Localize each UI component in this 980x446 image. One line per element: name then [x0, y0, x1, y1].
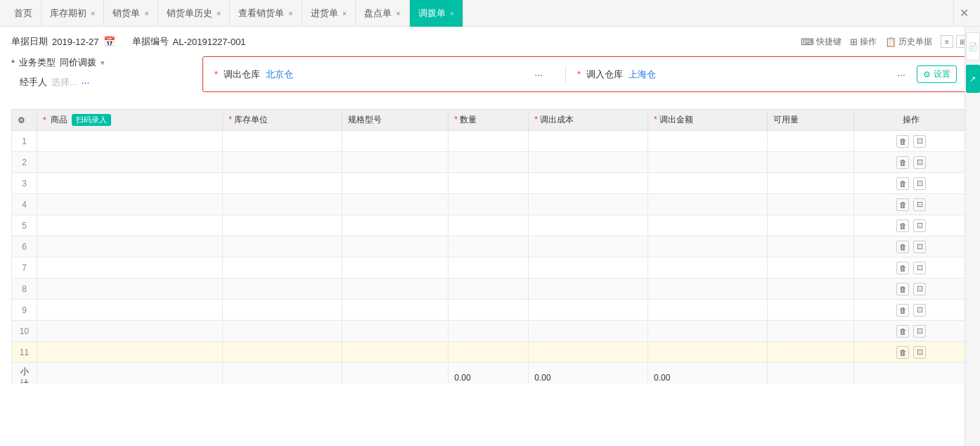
row-1-spec[interactable] [342, 131, 449, 152]
row-8-amount[interactable] [648, 279, 768, 300]
row-1-copy-icon[interactable]: ⊡ [913, 135, 926, 148]
row-3-spec[interactable] [342, 173, 449, 194]
shortcut-button[interactable]: ⌨ 快捷键 [801, 36, 842, 48]
row-6-qty[interactable] [449, 236, 529, 257]
row-11-available[interactable] [767, 342, 853, 363]
row-6-delete-icon[interactable]: 🗑 [896, 241, 909, 253]
row-3-available[interactable] [767, 173, 853, 194]
sidebar-doc-icon[interactable]: 📄 [966, 32, 980, 60]
row-5-qty[interactable] [449, 215, 529, 236]
tab-close-transfer-order[interactable]: × [450, 9, 454, 18]
row-7-copy-icon[interactable]: ⊡ [913, 262, 926, 274]
tab-close-purchase-order[interactable]: × [342, 9, 347, 18]
settings-button[interactable]: ⚙ 设置 [917, 65, 957, 83]
history-doc-button[interactable]: 📋 历史单据 [885, 36, 932, 48]
row-8-cost[interactable] [529, 279, 648, 300]
row-1-unit[interactable] [223, 131, 342, 152]
row-7-cost[interactable] [529, 257, 648, 279]
row-10-qty[interactable] [449, 321, 529, 342]
row-3-product[interactable] [37, 173, 223, 194]
row-5-unit[interactable] [223, 215, 342, 236]
row-10-unit[interactable] [223, 321, 342, 342]
operation-button[interactable]: ⊞ 操作 [850, 36, 877, 48]
row-9-copy-icon[interactable]: ⊡ [913, 304, 926, 317]
row-1-product[interactable] [37, 131, 223, 152]
scan-entry-button[interactable]: 扫码录入 [72, 114, 111, 126]
row-10-cost[interactable] [529, 321, 648, 342]
row-6-product[interactable] [37, 236, 223, 257]
row-9-amount[interactable] [648, 300, 768, 321]
row-5-copy-icon[interactable]: ⊡ [913, 219, 926, 232]
layout-list-icon[interactable]: ≡ [941, 35, 953, 48]
row-2-delete-icon[interactable]: 🗑 [896, 156, 909, 169]
row-4-qty[interactable] [449, 194, 529, 215]
row-10-spec[interactable] [342, 321, 449, 342]
row-8-unit[interactable] [223, 279, 342, 300]
row-10-available[interactable] [767, 321, 853, 342]
row-4-product[interactable] [37, 194, 223, 215]
row-5-cost[interactable] [529, 215, 648, 236]
row-4-cost[interactable] [529, 194, 648, 215]
row-11-delete-icon[interactable]: 🗑 [896, 346, 909, 359]
row-1-available[interactable] [767, 131, 853, 152]
row-9-qty[interactable] [449, 300, 529, 321]
row-7-qty[interactable] [449, 257, 529, 279]
row-1-delete-icon[interactable]: 🗑 [896, 135, 909, 148]
row-6-available[interactable] [767, 236, 853, 257]
row-10-delete-icon[interactable]: 🗑 [896, 325, 909, 338]
row-2-cost[interactable] [529, 152, 648, 173]
table-settings-icon[interactable]: ⚙ [18, 115, 25, 125]
business-type-value[interactable]: 同价调拨 [60, 56, 96, 69]
row-4-available[interactable] [767, 194, 853, 215]
row-8-product[interactable] [37, 279, 223, 300]
row-1-qty[interactable] [449, 131, 529, 152]
target-warehouse-value[interactable]: 上海仓 [628, 68, 656, 81]
row-6-amount[interactable] [648, 236, 768, 257]
row-11-unit[interactable] [223, 342, 342, 363]
th-settings[interactable]: ⚙ [12, 110, 37, 131]
row-5-delete-icon[interactable]: 🗑 [896, 219, 909, 232]
row-5-product[interactable] [37, 215, 223, 236]
row-8-available[interactable] [767, 279, 853, 300]
tab-close-sales-history[interactable]: × [217, 9, 221, 18]
row-2-qty[interactable] [449, 152, 529, 173]
row-3-qty[interactable] [449, 173, 529, 194]
row-11-cost[interactable] [529, 342, 648, 363]
business-type-dropdown-arrow[interactable]: ▾ [101, 58, 105, 68]
row-4-unit[interactable] [223, 194, 342, 215]
tab-inventory-init[interactable]: 库存期初 × [41, 0, 104, 27]
tab-inventory-check[interactable]: 盘点单 × [356, 0, 409, 27]
tab-close-inventory-init[interactable]: × [91, 9, 95, 18]
tab-home[interactable]: 首页 [6, 0, 41, 27]
row-7-spec[interactable] [342, 257, 449, 279]
row-4-delete-icon[interactable]: 🗑 [896, 198, 909, 211]
tab-transfer-order[interactable]: 调拨单 × [410, 0, 463, 27]
row-5-spec[interactable] [342, 215, 449, 236]
row-4-amount[interactable] [648, 194, 768, 215]
row-8-delete-icon[interactable]: 🗑 [896, 283, 909, 295]
tab-view-sales[interactable]: 查看销货单 × [230, 0, 302, 27]
row-4-copy-icon[interactable]: ⊡ [913, 198, 926, 211]
row-9-cost[interactable] [529, 300, 648, 321]
row-7-unit[interactable] [223, 257, 342, 279]
row-3-amount[interactable] [648, 173, 768, 194]
row-9-available[interactable] [767, 300, 853, 321]
tab-sales-order[interactable]: 销货单 × [104, 0, 157, 27]
row-9-unit[interactable] [223, 300, 342, 321]
row-10-copy-icon[interactable]: ⊡ [913, 325, 926, 338]
tab-sales-history[interactable]: 销货单历史 × [158, 0, 230, 27]
row-3-unit[interactable] [223, 173, 342, 194]
row-8-copy-icon[interactable]: ⊡ [913, 283, 926, 295]
row-10-product[interactable] [37, 321, 223, 342]
row-7-amount[interactable] [648, 257, 768, 279]
row-11-amount[interactable] [648, 342, 768, 363]
row-4-spec[interactable] [342, 194, 449, 215]
row-2-spec[interactable] [342, 152, 449, 173]
tab-close-sales-order[interactable]: × [144, 9, 148, 18]
target-warehouse-more-icon[interactable]: ··· [897, 69, 917, 80]
source-warehouse-value[interactable]: 北京仓 [266, 68, 293, 81]
row-2-unit[interactable] [223, 152, 342, 173]
row-2-copy-icon[interactable]: ⊡ [913, 156, 926, 169]
row-7-delete-icon[interactable]: 🗑 [896, 262, 909, 274]
tab-close-view-sales[interactable]: × [288, 9, 292, 18]
